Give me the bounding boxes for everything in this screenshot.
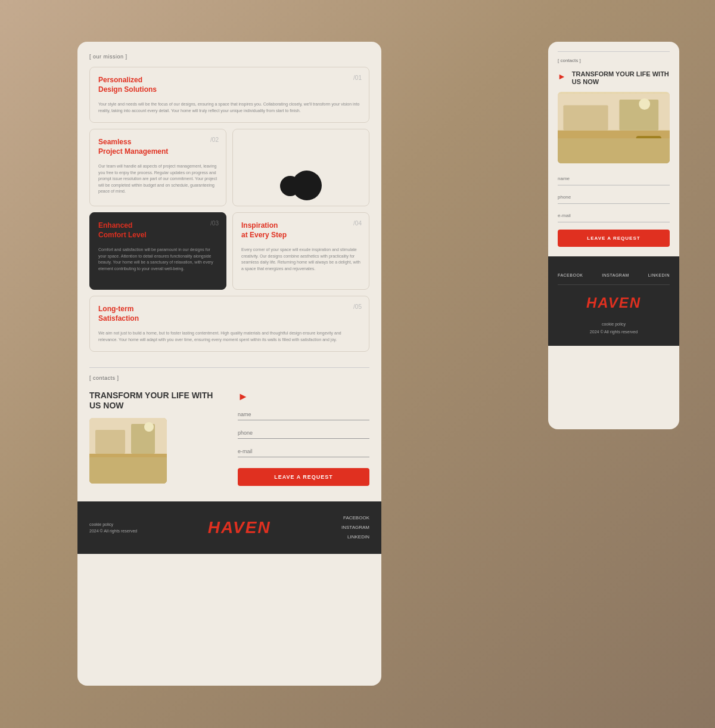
feature-desc-02: Our team will handle all aspects of proj… — [98, 163, 217, 195]
svg-rect-6 — [143, 460, 161, 478]
leave-request-button[interactable]: LEAVE A REQUEST — [238, 468, 369, 486]
contacts-label: [ contacts ] — [89, 367, 369, 381]
feature-number-03: /03 — [210, 220, 219, 227]
right-transform-text: TRANSFORM YOUR LIFE WITH US NOW — [572, 70, 670, 86]
feature-title-01: PersonalizedDesign Solutions — [98, 76, 360, 94]
right-card: [ contacts ] ► TRANSFORM YOUR LIFE WITH … — [548, 42, 679, 429]
name-input[interactable] — [238, 409, 369, 420]
mission-section: [ our mission ] — [77, 42, 381, 60]
feature-card-03: /03 EnhancedComfort Level Comfort and sa… — [89, 212, 226, 290]
svg-rect-13 — [636, 136, 661, 156]
right-header-row: ► TRANSFORM YOUR LIFE WITH US NOW — [558, 70, 670, 92]
svg-point-4 — [144, 422, 154, 432]
contacts-form: ► LEAVE A REQUEST — [231, 391, 369, 486]
circle-decoration — [280, 174, 322, 197]
transform-heading: TRANSFORM YOUR LIFE WITH US NOW — [89, 391, 221, 411]
feature-card-05: /05 Long-termSatisfaction We aim not jus… — [89, 296, 369, 352]
right-contacts-label: [ contacts ] — [558, 51, 670, 63]
footer-link-instagram[interactable]: INSTAGRAM — [341, 523, 369, 532]
email-input[interactable] — [238, 446, 369, 457]
right-copyright: 2024 © All rights reserved — [558, 329, 670, 336]
phone-input[interactable] — [238, 427, 369, 439]
room-image — [89, 418, 167, 484]
circle-big — [292, 171, 322, 200]
feature-card-04: /04 Inspirationat Every Step Every corne… — [232, 212, 369, 290]
right-name-input[interactable] — [558, 172, 670, 185]
svg-point-11 — [639, 98, 650, 110]
footer-link-facebook[interactable]: FACEBOOK — [341, 513, 369, 523]
row-02: /02 SeamlessProject Management Our team … — [89, 129, 369, 206]
arrow-icon: ► — [238, 391, 369, 403]
contacts-left: TRANSFORM YOUR LIFE WITH US NOW — [89, 391, 221, 486]
feature-desc-05: We aim not just to build a home, but to … — [98, 330, 360, 343]
svg-rect-1 — [89, 454, 167, 484]
contacts-content: TRANSFORM YOUR LIFE WITH US NOW — [89, 391, 369, 486]
row-03-04: /03 EnhancedComfort Level Comfort and sa… — [89, 212, 369, 290]
email-field[interactable] — [238, 445, 369, 457]
right-instagram[interactable]: INSTAGRAM — [602, 273, 629, 277]
svg-rect-9 — [563, 106, 608, 131]
svg-rect-8 — [558, 131, 670, 162]
right-phone-input[interactable] — [558, 191, 670, 204]
right-linkedin[interactable]: LINKEDIN — [648, 273, 670, 277]
footer-link-linkedin[interactable]: LINKEDIN — [341, 532, 369, 542]
right-room-image — [558, 92, 670, 163]
feature-card-02: /02 SeamlessProject Management Our team … — [89, 129, 226, 206]
feature-desc-04: Every corner of your space will exude in… — [241, 247, 360, 272]
right-haven-logo: HAVEN — [558, 295, 670, 311]
main-card: [ our mission ] /01 PersonalizedDesign S… — [77, 42, 381, 686]
right-card-inner: [ contacts ] ► TRANSFORM YOUR LIFE WITH … — [548, 42, 679, 256]
feature-title-05: Long-termSatisfaction — [98, 305, 360, 323]
feature-desc-03: Comfort and satisfaction will be paramou… — [98, 247, 217, 272]
right-footer-legal: cookie policy 2024 © All rights reserved — [558, 321, 670, 336]
feature-number-05: /05 — [353, 303, 362, 310]
copyright: 2024 © All rights reserved — [89, 528, 137, 534]
svg-rect-10 — [619, 100, 658, 131]
feature-number-04: /04 — [353, 220, 362, 227]
mission-label: [ our mission ] — [89, 54, 369, 60]
svg-rect-5 — [101, 463, 137, 478]
right-room-svg — [558, 92, 670, 163]
footer-links: FACEBOOK INSTAGRAM LINKEDIN — [341, 513, 369, 542]
feature-title-03: EnhancedComfort Level — [98, 221, 217, 240]
right-arrow-icon: ► — [558, 72, 566, 81]
phone-field[interactable] — [238, 426, 369, 439]
feature-number-01: /01 — [353, 75, 362, 81]
right-facebook[interactable]: FACEBOOK — [558, 273, 583, 277]
feature-title-04: Inspirationat Every Step — [241, 221, 360, 240]
circle-decoration-card — [232, 129, 369, 206]
right-social-links: FACEBOOK INSTAGRAM LINKEDIN — [558, 266, 670, 285]
feature-desc-01: Your style and needs will be the focus o… — [98, 101, 360, 114]
contacts-section: [ contacts ] TRANSFORM YOUR LIFE WITH US… — [77, 358, 381, 495]
name-field[interactable] — [238, 408, 369, 420]
right-email-input[interactable] — [558, 209, 670, 222]
right-leave-request-button[interactable]: LEAVE A REQUEST — [558, 230, 670, 247]
right-footer: FACEBOOK INSTAGRAM LINKEDIN HAVEN cookie… — [548, 256, 679, 345]
right-cookie-policy: cookie policy — [558, 321, 670, 329]
svg-rect-12 — [574, 139, 625, 154]
room-image-inner — [89, 418, 167, 484]
features-area: /01 PersonalizedDesign Solutions Your st… — [77, 67, 381, 352]
feature-title-02: SeamlessProject Management — [98, 138, 217, 156]
svg-rect-2 — [95, 430, 125, 454]
feature-number-02: /02 — [210, 137, 219, 143]
footer-legal: cookie policy 2024 © All rights reserved — [89, 521, 137, 534]
feature-card-01: /01 PersonalizedDesign Solutions Your st… — [89, 67, 369, 123]
haven-logo: HAVEN — [208, 518, 271, 537]
room-svg — [89, 418, 167, 484]
main-footer: cookie policy 2024 © All rights reserved… — [77, 501, 381, 554]
cookie-policy: cookie policy — [89, 521, 137, 528]
